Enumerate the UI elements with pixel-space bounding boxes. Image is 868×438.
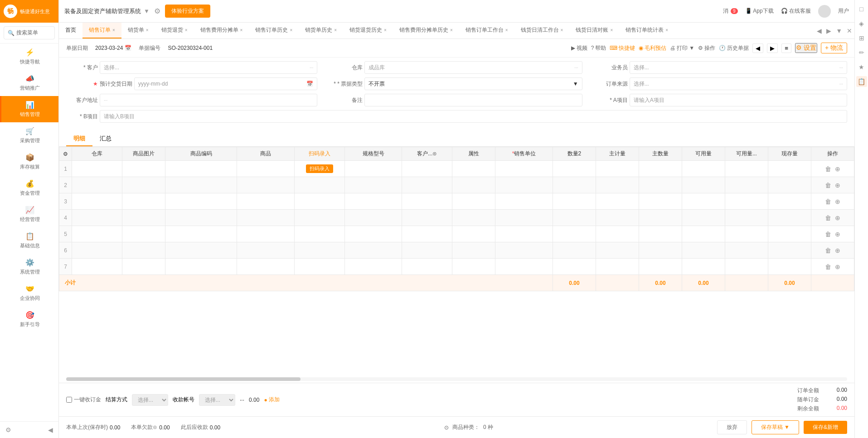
scrollbar-thumb[interactable] — [66, 377, 301, 381]
sidebar-item-operations[interactable]: 📈 经营管理 — [0, 201, 58, 227]
tab-summary[interactable]: 汇总 — [92, 132, 119, 146]
row-4-scan[interactable] — [294, 210, 344, 226]
row-6-scan[interactable] — [294, 242, 344, 259]
tab-sales-return[interactable]: 销货退货 × — [155, 23, 194, 39]
row-7-warehouse[interactable] — [72, 259, 122, 275]
row-2-name[interactable] — [237, 177, 295, 193]
row-2-attr[interactable] — [452, 177, 495, 193]
row-4-avail[interactable] — [682, 210, 725, 226]
right-panel-icon-2[interactable]: ◈ — [856, 18, 867, 29]
row-3-unit[interactable] — [495, 193, 553, 210]
row-5-main-qty[interactable] — [639, 226, 682, 242]
row-7-scan[interactable] — [294, 259, 344, 275]
right-panel-icon-5[interactable]: ★ — [856, 62, 867, 72]
history-records-link[interactable]: 🕐 历史单据 — [719, 44, 749, 52]
row-6-img[interactable] — [122, 242, 165, 259]
profit-estimate-link[interactable]: ◉ 毛利预估 — [639, 44, 666, 52]
row-4-attr[interactable] — [452, 210, 495, 226]
industry-plan-button[interactable]: 体验行业方案 — [165, 5, 210, 18]
row-7-code[interactable] — [165, 259, 237, 275]
tab-expense-history-close[interactable]: × — [450, 28, 453, 33]
sidebar-item-guide[interactable]: 🎯 新手引导 — [0, 306, 58, 332]
tab-order-workbench[interactable]: 销售订单工作台 × — [459, 23, 514, 39]
row-2-qty2[interactable] — [553, 177, 596, 193]
tab-prev-button[interactable]: ◀ — [815, 26, 824, 35]
row-1-warehouse[interactable] — [72, 161, 122, 177]
horizontal-scrollbar[interactable] — [66, 377, 847, 381]
row-7-unit[interactable] — [495, 259, 553, 275]
nav-prev-button[interactable]: ◀ — [752, 43, 763, 53]
row-1-scan[interactable]: 扫码录入 — [294, 161, 344, 177]
row-6-copy-btn[interactable]: ⊕ — [835, 247, 840, 254]
row-7-cust[interactable] — [402, 259, 452, 275]
row-7-spec[interactable] — [344, 259, 402, 275]
row-6-delete-btn[interactable]: 🗑 — [825, 247, 831, 254]
row-1-avail[interactable] — [682, 161, 725, 177]
sidebar-item-sales[interactable]: 📊 销售管理 — [0, 96, 58, 122]
row-3-main-qty[interactable] — [639, 193, 682, 210]
remark-input[interactable] — [364, 94, 582, 106]
tab-stats[interactable]: 销售订单统计表 × — [619, 23, 674, 39]
row-2-spec[interactable] — [344, 177, 402, 193]
row-5-avail[interactable] — [682, 226, 725, 242]
a-project-input[interactable]: 请输入A项目 — [630, 94, 847, 106]
row-4-avail2[interactable] — [725, 210, 768, 226]
row-3-delete-btn[interactable]: 🗑 — [825, 198, 831, 205]
row-4-stock[interactable] — [768, 210, 811, 226]
tab-sales-invoice[interactable]: 销货单 × — [121, 23, 155, 39]
tab-expense-history[interactable]: 销售费用分摊单历史 × — [393, 23, 459, 39]
tab-sales-order[interactable]: 销售订单 × — [82, 23, 121, 39]
row-1-img[interactable] — [122, 161, 165, 177]
row-6-avail[interactable] — [682, 242, 725, 259]
tab-reconcile[interactable]: 钱货日清对账 × — [569, 23, 619, 39]
row-5-avail2[interactable] — [725, 226, 768, 242]
row-7-main-unit[interactable] — [596, 259, 639, 275]
row-5-cust[interactable] — [402, 226, 452, 242]
row-4-main-unit[interactable] — [596, 210, 639, 226]
search-menu-button[interactable]: 🔍 搜索菜单 — [4, 26, 55, 39]
row-3-cust[interactable] — [402, 193, 452, 210]
tab-order-history-close[interactable]: × — [290, 28, 292, 33]
tab-expense-split[interactable]: 销售费用分摊单 × — [194, 23, 249, 39]
grid-view-button[interactable]: ≡ — [781, 43, 791, 53]
topbar-gear-icon[interactable]: ⚙ — [154, 7, 160, 15]
row-2-warehouse[interactable] — [72, 177, 122, 193]
nav-next-button[interactable]: ▶ — [767, 43, 778, 53]
tab-return-history-close[interactable]: × — [384, 28, 387, 33]
sidebar-item-finance[interactable]: 💰 资金管理 — [0, 175, 58, 201]
scan-btn-1[interactable]: 扫码录入 — [306, 164, 333, 173]
sidebar-item-marketing[interactable]: 📣 营销推广 — [0, 70, 58, 96]
row-7-attr[interactable] — [452, 259, 495, 275]
tab-daily-clear[interactable]: 钱货日清工作台 × — [514, 23, 570, 39]
row-3-name[interactable] — [237, 193, 295, 210]
row-5-copy-btn[interactable]: ⊕ — [835, 231, 840, 238]
sidebar-item-enterprise[interactable]: 🤝 企业协同 — [0, 280, 58, 306]
row-5-spec[interactable] — [344, 226, 402, 242]
salesperson-input[interactable]: 选择... ··· — [630, 61, 847, 74]
row-7-name[interactable] — [237, 259, 295, 275]
row-6-stock[interactable] — [768, 242, 811, 259]
sidebar-item-quick-nav[interactable]: ⚡ 快捷导航 — [0, 43, 58, 70]
row-4-cust[interactable] — [402, 210, 452, 226]
save-new-button[interactable]: 保存&新增 — [804, 421, 847, 434]
row-1-cust[interactable] — [402, 161, 452, 177]
row-1-avail2[interactable] — [725, 161, 768, 177]
online-service-link[interactable]: 🎧 在线客服 — [781, 7, 811, 15]
row-6-avail2[interactable] — [725, 242, 768, 259]
row-5-scan[interactable] — [294, 226, 344, 242]
row-5-code[interactable] — [165, 226, 237, 242]
row-1-code[interactable] — [165, 161, 237, 177]
row-4-qty2[interactable] — [553, 210, 596, 226]
row-4-unit[interactable] — [495, 210, 553, 226]
customer-input[interactable]: 选择... ··· — [100, 61, 317, 74]
row-2-avail[interactable] — [682, 177, 725, 193]
row-2-code[interactable] — [165, 177, 237, 193]
print-dropdown-icon[interactable]: ▼ — [689, 45, 694, 51]
row-3-main-unit[interactable] — [596, 193, 639, 210]
tab-reconcile-close[interactable]: × — [610, 28, 613, 33]
b-project-input[interactable]: 请输入B项目 — [100, 110, 847, 123]
tab-invoice-history[interactable]: 销货单历史 × — [299, 23, 343, 39]
user-avatar[interactable] — [818, 5, 831, 18]
operations-link[interactable]: ⚙ 操作 — [698, 44, 715, 52]
help-link[interactable]: ? 帮助 — [591, 44, 606, 52]
